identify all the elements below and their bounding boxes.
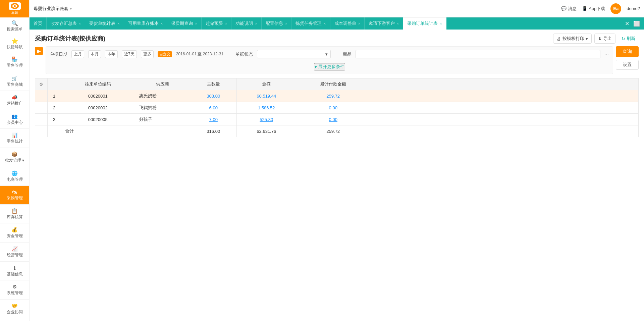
row-paid-amount-2: 0.00 [296, 114, 370, 125]
tab-func-desc-label: 功能说明 [235, 20, 253, 26]
tab-func-desc[interactable]: 功能说明 × [231, 17, 261, 30]
tab-func-desc-close[interactable]: × [255, 21, 257, 25]
close-tab-btn[interactable]: ✕ [624, 20, 631, 28]
tab-available-stock[interactable]: 可用量库存账本 × [124, 17, 167, 30]
sidebar-item-basic-info[interactable]: ℹ 基础信息 [0, 262, 29, 281]
app-download-btn[interactable]: 📱 App下载 [582, 6, 605, 12]
table-header-row: ⚙ 往来单位编码 供应商 主数量 金额 累计付款金额 [35, 78, 639, 90]
sidebar-item-retail-shop[interactable]: 🛒 零售商城 [0, 72, 29, 91]
search-label: 搜索菜单 [7, 26, 23, 32]
refresh-label: 刷新 [627, 36, 635, 42]
tab-overstock-close[interactable]: × [225, 21, 227, 25]
sidebar-item-inventory[interactable]: 📋 库存核算 [0, 205, 29, 224]
tab-order-stats[interactable]: 要货单统计表 × [85, 17, 124, 30]
sidebar-item-new-guide[interactable]: 🚀 新手引导 [0, 318, 29, 321]
tab-config-info-close[interactable]: × [285, 21, 287, 25]
footer-amount: 62,631.76 [237, 125, 296, 137]
settings-button[interactable]: 设置 [616, 60, 639, 70]
row-unit-code-1: 00020002 [61, 102, 135, 114]
export-button[interactable]: ⬇ 导出 [594, 34, 615, 44]
date-btn-more[interactable]: 更多 [141, 50, 154, 58]
row-main-qty-0: 303.00 [190, 90, 237, 102]
table-footer-row: 合计 316.00 62,631.76 259.72 [35, 125, 639, 137]
page-title: 采购订单统计表(按供应商) [35, 35, 105, 43]
sidebar-item-system[interactable]: ⚙ 系统管理 [0, 280, 29, 300]
goods-more-btn[interactable]: ··· [604, 51, 609, 57]
col-settings[interactable]: ⚙ [35, 78, 48, 90]
tab-expiry-query-label: 保质期查询 [171, 20, 193, 26]
query-button[interactable]: 查询 [616, 46, 639, 57]
row-index-0: 1 [48, 90, 61, 102]
tab-expiry-query-close[interactable]: × [195, 21, 197, 25]
goods-filter-label: 商品 [343, 51, 352, 57]
tab-cost-adjust[interactable]: 成本调整单 × [330, 17, 365, 30]
tab-pick-task[interactable]: 拣货任务管理 × [291, 17, 330, 30]
message-btn[interactable]: 💬 消息 [561, 6, 577, 12]
print-arrow-icon: ▾ [586, 36, 588, 41]
row-index-1: 2 [48, 102, 61, 114]
tab-invite-downstream-close[interactable]: × [397, 21, 399, 25]
date-btn-this-month[interactable]: 本月 [88, 50, 101, 58]
status-select[interactable]: ▾ [257, 50, 331, 58]
tab-available-stock-close[interactable]: × [161, 21, 163, 25]
custom-date-badge: 自定义 [158, 51, 172, 57]
tab-cost-adjust-close[interactable]: × [358, 21, 360, 25]
shortcut-nav-item[interactable]: ⭐ 快捷导航 [0, 35, 29, 53]
user-name[interactable]: demo2 [627, 6, 640, 11]
sidebar-item-business[interactable]: 📈 经营管理 [0, 243, 29, 262]
industry-selector[interactable]: 母婴行业演示账套 ▾ [34, 6, 72, 12]
sidebar-item-member[interactable]: 👥 会员中心 [0, 110, 29, 129]
settings-col-icon[interactable]: ⚙ [39, 82, 43, 87]
tab-order-stats-label: 要货单统计表 [89, 20, 115, 26]
row-extra-0 [370, 90, 639, 102]
sidebar-item-ecommerce[interactable]: 🌐 电商管理 [0, 167, 29, 186]
tab-purchase-stats-label: 采购订单统计表 [407, 20, 438, 26]
date-btn-7days[interactable]: 近7天 [122, 50, 137, 58]
filter-toggle-arrow[interactable]: ▶ [35, 47, 43, 55]
sidebar-item-finance[interactable]: 💰 资金管理 [0, 223, 29, 243]
row-amount-1: 1,586.52 [237, 102, 296, 114]
tab-purchase-stats[interactable]: 采购订单统计表 × [403, 17, 446, 30]
tab-purchase-stats-close[interactable]: × [440, 21, 442, 25]
tab-pick-task-close[interactable]: × [324, 21, 326, 25]
sidebar-item-enterprise[interactable]: 🤝 企业协同 [0, 300, 29, 319]
tab-home[interactable]: 首页 [30, 17, 47, 30]
col-main-qty: 主数量 [190, 78, 237, 90]
goods-search-input[interactable] [359, 52, 597, 57]
table-row: 2 00020002 飞鹤奶粉 6.00 1,586.52 0.00 [35, 102, 639, 114]
date-btn-this-year[interactable]: 本年 [105, 50, 118, 58]
tab-overstock[interactable]: 超储预警 × [202, 17, 231, 30]
sidebar-item-wholesale[interactable]: 📦 批发管理 ▾ [0, 148, 29, 167]
row-settings-2 [35, 114, 48, 125]
print-button[interactable]: 🖨 按模板打印 ▾ [553, 34, 592, 44]
sidebar-item-marketing[interactable]: 📣 营销推广 [0, 91, 29, 110]
col-supplier: 供应商 [135, 78, 190, 90]
search-menu-item[interactable]: 🔍 搜索菜单 [0, 17, 29, 35]
tab-receive-pay[interactable]: 收发存汇总表 × [47, 17, 85, 30]
tab-invite-downstream[interactable]: 邀请下游客户 × [365, 17, 403, 30]
tab-config-info-label: 配置信息 [266, 20, 283, 26]
sidebar-item-retail-manage[interactable]: 🏪 零售管理 [0, 53, 29, 72]
expand-down-icon: ▾ [315, 64, 317, 69]
main-area: 母婴行业演示账套 ▾ 💬 消息 📱 App下载 Ea demo2 首页 收发存汇… [30, 0, 644, 321]
sidebar-item-purchase[interactable]: 🛍 采购管理 [0, 186, 29, 205]
expand-more-btn[interactable]: ▾ 展开更多条件 [314, 63, 345, 70]
footer-paid-amount: 259.72 [296, 125, 370, 137]
tab-cost-adjust-label: 成本调整单 [334, 20, 356, 26]
table-area: ⚙ 往来单位编码 供应商 主数量 金额 累计付款金额 1 00020001 [35, 78, 639, 137]
row-paid-amount-0: 259.72 [296, 90, 370, 102]
refresh-button[interactable]: ↻ 刷新 [618, 34, 639, 43]
page-actions: 🖨 按模板打印 ▾ ⬇ 导出 ↻ 刷新 [553, 34, 639, 44]
sidebar-item-retail-stats[interactable]: 📊 零售统计 [0, 129, 29, 148]
footer-index-cell [48, 125, 61, 137]
dropdown-arrow-icon: ▾ [70, 6, 72, 11]
tab-config-info[interactable]: 配置信息 × [262, 17, 291, 30]
tab-order-stats-close[interactable]: × [117, 21, 119, 25]
tab-expiry-query[interactable]: 保质期查询 × [167, 17, 201, 30]
user-avatar[interactable]: Ea [610, 3, 621, 14]
footer-supplier-cell [135, 125, 190, 137]
date-btn-last-month[interactable]: 上月 [71, 50, 84, 58]
restore-tab-btn[interactable]: ⬜ [632, 20, 641, 28]
tab-receive-pay-close[interactable]: × [79, 21, 81, 25]
tab-invite-downstream-label: 邀请下游客户 [369, 20, 395, 26]
